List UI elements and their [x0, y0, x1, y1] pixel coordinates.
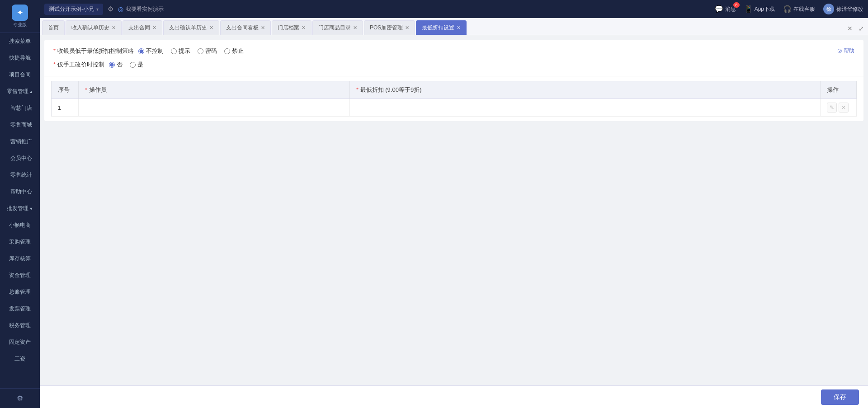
sidebar-item-label: 采购管理 [9, 238, 31, 246]
tabbar: 首页 收入确认单历史 ✕ 支出合同 ✕ 支出确认单历史 ✕ 支出合同看板 ✕ 门… [40, 18, 868, 35]
sidebar-item-tax[interactable]: 税务管理 [0, 317, 40, 334]
demo-icon: ◎ [118, 5, 123, 13]
retail-collapse-icon: ▲ [29, 89, 33, 94]
sidebar-item-batch[interactable]: 批发管理 ▼ [0, 200, 40, 217]
sidebar-item-smart-store[interactable]: 智慧门店 [0, 100, 40, 117]
tab-payment-confirm[interactable]: 支出确认单历史 ✕ [163, 20, 219, 35]
manual-yes-label: 是 [137, 61, 143, 69]
delete-button[interactable]: ✕ [839, 103, 849, 113]
tab-income-confirm-close-icon[interactable]: ✕ [112, 25, 116, 31]
demo-text: 我要看实例演示 [126, 5, 164, 13]
tab-payment-contract-label: 支出合同 [128, 24, 150, 32]
save-button[interactable]: 保存 [821, 389, 859, 405]
sidebar-item-label: 智慧门店 [10, 104, 32, 112]
sidebar-item-member[interactable]: 会员中心 [0, 150, 40, 167]
sidebar-item-ledger[interactable]: 总账管理 [0, 284, 40, 300]
sidebar-item-asset[interactable]: 固定资产 [0, 334, 40, 351]
cell-seq: 1 [52, 99, 79, 117]
sidebar-item-retail-mall[interactable]: 零售商城 [0, 117, 40, 133]
tab-store-archive-label: 门店档案 [278, 24, 299, 32]
option-no-control[interactable]: 不控制 [138, 47, 164, 55]
help-link[interactable]: ② 帮助 [837, 47, 854, 55]
tab-store-archive[interactable]: 门店档案 ✕ [272, 20, 311, 35]
tab-payment-contract[interactable]: 支出合同 ✕ [123, 20, 162, 35]
project-selector[interactable]: 测试分开示例-小兄 ▾ [44, 4, 103, 15]
expand-tabs-icon[interactable]: ⤢ [857, 24, 866, 33]
sidebar-item-capital[interactable]: 资金管理 [0, 267, 40, 284]
content-area: ② 帮助 收银员低于最低折扣控制策略 不控制 提示 [40, 35, 868, 385]
tab-payment-view[interactable]: 支出合同看板 ✕ [220, 20, 271, 35]
forbid-label: 禁止 [232, 47, 244, 55]
manual-yes-radio[interactable] [130, 62, 136, 68]
user-menu[interactable]: 徐 徐泽华修改 [823, 4, 863, 14]
sidebar-item-inventory[interactable]: 库存核算 [0, 250, 40, 267]
option-forbid[interactable]: 禁止 [224, 47, 244, 55]
tabbar-actions: ✕ ⤢ [845, 24, 866, 35]
sidebar-item-retail-stat[interactable]: 零售统计 [0, 167, 40, 183]
manual-no-radio[interactable] [109, 62, 115, 68]
sidebar-item-project[interactable]: 项目合同 [0, 66, 40, 83]
sidebar-item-search[interactable]: 搜索菜单 [0, 33, 40, 50]
tab-store-products[interactable]: 门店商品目录 ✕ [312, 20, 363, 35]
app-download-label: App下载 [755, 5, 775, 13]
message-button[interactable]: 💬 消息 8 [715, 5, 736, 13]
close-tab-icon[interactable]: ✕ [845, 24, 854, 33]
option-no[interactable]: 否 [109, 61, 123, 69]
sidebar: ✦ 专业版 搜索菜单 快捷导航 项目合同 零售管理 ▲ 智慧门店 零售商城 营销… [0, 0, 40, 408]
project-name: 测试分开示例-小兄 [49, 5, 94, 13]
no-control-radio[interactable] [138, 48, 144, 54]
customer-service-button[interactable]: 🎧 在线客服 [783, 5, 815, 13]
tab-store-archive-close-icon[interactable]: ✕ [302, 25, 306, 31]
avatar: 徐 [823, 4, 834, 14]
batch-expand-icon: ▼ [29, 206, 33, 211]
manual-price-options: 否 是 [109, 61, 143, 69]
demo-link[interactable]: ◎ 我要看实例演示 [118, 5, 164, 13]
sidebar-item-ecommerce[interactable]: 小畅电商 [0, 217, 40, 234]
user-name: 徐泽华修改 [836, 5, 863, 13]
option-password[interactable]: 密码 [198, 47, 217, 55]
message-icon: 💬 [715, 5, 723, 13]
edit-button[interactable]: ✎ [827, 103, 837, 113]
sidebar-item-label: 小畅电商 [9, 221, 31, 229]
password-radio[interactable] [198, 48, 203, 54]
sidebar-item-invoice[interactable]: 发票管理 [0, 300, 40, 317]
tab-home[interactable]: 首页 [42, 20, 65, 35]
topbar: 测试分开示例-小兄 ▾ ⚙ ◎ 我要看实例演示 💬 消息 8 📱 App下载 🎧… [40, 0, 868, 18]
tab-payment-view-close-icon[interactable]: ✕ [261, 25, 265, 31]
tab-min-discount[interactable]: 最低折扣设置 ✕ [416, 20, 467, 35]
sidebar-item-marketing[interactable]: 营销推广 [0, 133, 40, 150]
sidebar-item-purchase[interactable]: 采购管理 [0, 234, 40, 250]
content-panel: ② 帮助 收银员低于最低折扣控制策略 不控制 提示 [44, 40, 863, 121]
help-text: 帮助 [844, 47, 854, 55]
forbid-radio[interactable] [224, 48, 230, 54]
sidebar-item-help[interactable]: 帮助中心 [0, 183, 40, 200]
tab-pos-password[interactable]: POS加密管理 ✕ [364, 20, 415, 35]
sidebar-item-shortcut[interactable]: 快捷导航 [0, 50, 40, 66]
sidebar-item-salary[interactable]: 工资 [0, 351, 40, 367]
table-section: 序号 操作员 最低折扣 (9.00等于9折) 操作 1 [44, 76, 863, 121]
option-remind[interactable]: 提示 [171, 47, 190, 55]
settings-icon[interactable]: ⚙ [17, 394, 23, 403]
footer: 保存 [40, 385, 868, 408]
password-label: 密码 [205, 47, 217, 55]
customer-service-label: 在线客服 [793, 5, 815, 13]
cell-actions: ✎ ✕ [821, 99, 857, 117]
remind-radio[interactable] [171, 48, 177, 54]
tab-payment-contract-close-icon[interactable]: ✕ [152, 25, 156, 31]
sidebar-item-label: 零售统计 [10, 171, 32, 179]
option-yes[interactable]: 是 [130, 61, 143, 69]
tab-payment-confirm-label: 支出确认单历史 [169, 24, 207, 32]
topbar-gear-icon[interactable]: ⚙ [108, 5, 113, 13]
tab-pos-password-close-icon[interactable]: ✕ [405, 25, 409, 31]
tab-min-discount-close-icon[interactable]: ✕ [457, 25, 461, 31]
main-area: 测试分开示例-小兄 ▾ ⚙ ◎ 我要看实例演示 💬 消息 8 📱 App下载 🎧… [40, 0, 868, 408]
tab-store-products-close-icon[interactable]: ✕ [353, 25, 357, 31]
tab-payment-confirm-close-icon[interactable]: ✕ [209, 25, 213, 31]
tab-income-confirm[interactable]: 收入确认单历史 ✕ [66, 20, 122, 35]
tab-min-discount-label: 最低折扣设置 [422, 24, 454, 32]
tab-income-confirm-label: 收入确认单历史 [71, 24, 109, 32]
sidebar-item-retail[interactable]: 零售管理 ▲ [0, 83, 40, 100]
app-download-button[interactable]: 📱 App下载 [744, 5, 775, 13]
sidebar-item-label: 零售管理 [7, 88, 28, 95]
cell-min-discount [350, 99, 821, 117]
